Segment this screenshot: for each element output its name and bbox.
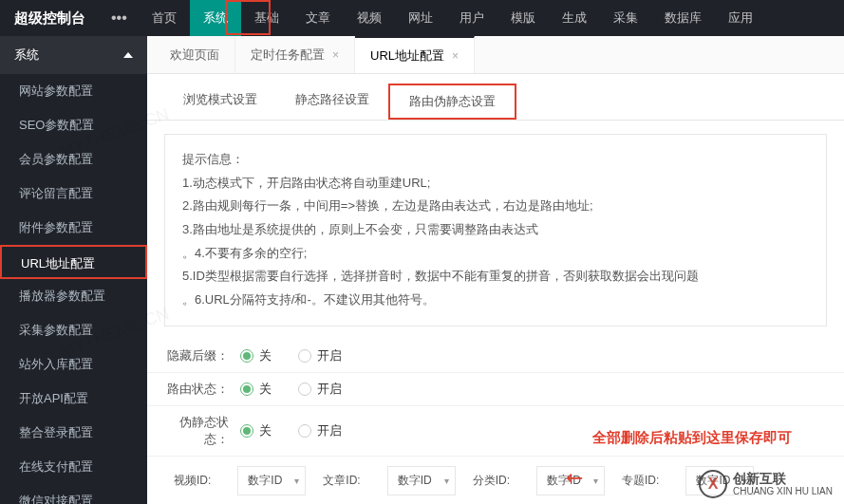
radio-icon <box>240 349 253 363</box>
info-line: 3.路由地址是系统提供的，原则上不会变，只需要调整路由表达式 <box>182 218 809 242</box>
close-icon[interactable]: × <box>452 37 459 75</box>
id-label-video: 视频ID: <box>164 467 234 495</box>
more-dots-icon[interactable]: ••• <box>100 9 139 27</box>
id-label-topic: 专题ID: <box>612 467 682 495</box>
page-tabs: 欢迎页面 定时任务配置× URL地址配置× <box>147 36 844 74</box>
radio-icon <box>298 349 311 363</box>
label-route-state: 路由状态： <box>164 381 240 398</box>
radio-group: 关 开启 <box>240 422 342 439</box>
sidebar-item-api[interactable]: 开放API配置 <box>0 382 147 416</box>
sidebar: 系统 网站参数配置 SEO参数配置 会员参数配置 评论留言配置 附件参数配置 U… <box>0 36 147 504</box>
sidebar-item-player[interactable]: 播放器参数配置 <box>0 279 147 313</box>
highlight-box-topnav <box>225 0 271 35</box>
logo-sub: CHUANG XIN HU LIAN <box>733 486 833 497</box>
topnav-home[interactable]: 首页 <box>139 0 190 36</box>
topnav-collect[interactable]: 采集 <box>600 0 651 36</box>
id-label-article: 文章ID: <box>313 467 383 495</box>
sidebar-item-attachment[interactable]: 附件参数配置 <box>0 211 147 245</box>
topnav-url[interactable]: 网址 <box>395 0 446 36</box>
subtab-route-pseudo[interactable]: 路由伪静态设置 <box>388 84 516 120</box>
collapse-icon <box>123 52 133 58</box>
info-line: 2.路由规则每行一条，中间用=>替换，左边是路由表达式，右边是路由地址; <box>182 195 809 218</box>
tab-welcome[interactable]: 欢迎页面 <box>155 36 235 73</box>
sidebar-item-payment[interactable]: 在线支付配置 <box>0 450 147 484</box>
topnav-generate[interactable]: 生成 <box>549 0 600 36</box>
radio-off[interactable]: 关 <box>240 381 272 398</box>
logo-watermark: X 创新互联 CHUANG XIN HU LIAN <box>699 470 833 498</box>
topnav-database[interactable]: 数据库 <box>651 0 715 36</box>
sidebar-item-seo[interactable]: SEO参数配置 <box>0 108 147 142</box>
subtabs: 浏览模式设置 静态路径设置 路由伪静态设置 <box>147 74 844 121</box>
info-line: 。6.URL分隔符支持/和-。不建议用其他符号。 <box>182 289 809 312</box>
select-value: 数字ID <box>248 474 282 487</box>
tab-label: URL地址配置 <box>370 37 444 75</box>
radio-on[interactable]: 开启 <box>298 381 342 398</box>
id-label-category: 分类ID: <box>463 467 533 495</box>
topnav-user[interactable]: 用户 <box>446 0 497 36</box>
radio-icon <box>298 424 311 438</box>
id-group-article: 文章ID: 数字ID▾ <box>313 466 455 495</box>
subtab-browse-mode[interactable]: 浏览模式设置 <box>164 84 276 120</box>
radio-icon <box>240 383 253 396</box>
radio-label: 关 <box>259 347 272 364</box>
label-pseudo-state: 伪静态状态： <box>164 414 240 448</box>
radio-on[interactable]: 开启 <box>298 347 342 364</box>
topnav-article[interactable]: 文章 <box>292 0 344 36</box>
info-title: 提示信息： <box>182 148 809 172</box>
sidebar-item-member[interactable]: 会员参数配置 <box>0 142 147 177</box>
id-select-article[interactable]: 数字ID▾ <box>387 466 456 495</box>
id-select-video[interactable]: 数字ID▾ <box>237 466 306 495</box>
radio-label: 开启 <box>317 381 342 398</box>
sidebar-item-external[interactable]: 站外入库配置 <box>0 347 147 382</box>
info-box: 提示信息： 1.动态模式下，开启路由状态将自动重建URL; 2.路由规则每行一条… <box>164 134 827 327</box>
radio-group: 关 开启 <box>240 347 342 364</box>
radio-group: 关 开启 <box>240 381 342 398</box>
radio-on[interactable]: 开启 <box>298 422 342 439</box>
info-line: 5.ID类型根据需要自行选择，选择拼音时，数据中不能有重复的拼音，否则获取数据会… <box>182 265 809 289</box>
id-group-video: 视频ID: 数字ID▾ <box>164 466 306 495</box>
tab-label: 欢迎页面 <box>170 36 219 74</box>
logo-name: 创新互联 <box>733 471 833 487</box>
sidebar-header[interactable]: 系统 <box>0 36 147 74</box>
label-hide-suffix: 隐藏后缀： <box>164 347 240 364</box>
topnav-template[interactable]: 模版 <box>497 0 549 36</box>
tab-cron-config[interactable]: 定时任务配置× <box>235 36 355 73</box>
radio-label: 关 <box>259 381 272 398</box>
radio-label: 开启 <box>317 422 342 439</box>
radio-icon <box>298 383 311 396</box>
sidebar-item-url-config[interactable]: URL地址配置 <box>0 245 147 279</box>
logo-icon: X <box>699 470 727 498</box>
topnav-app[interactable]: 应用 <box>715 0 766 36</box>
subtab-static-path[interactable]: 静态路径设置 <box>276 84 388 120</box>
caret-down-icon: ▾ <box>593 476 598 486</box>
brand-title: 超级控制台 <box>0 9 100 28</box>
sidebar-item-site-params[interactable]: 网站参数配置 <box>0 74 147 108</box>
info-line: 1.动态模式下，开启路由状态将自动重建URL; <box>182 172 809 196</box>
tab-label: 定时任务配置 <box>251 36 325 74</box>
close-icon[interactable]: × <box>332 36 339 74</box>
select-value: 数字ID <box>398 474 432 487</box>
sidebar-item-collect[interactable]: 采集参数配置 <box>0 313 147 347</box>
radio-off[interactable]: 关 <box>240 422 272 439</box>
sidebar-item-login[interactable]: 整合登录配置 <box>0 416 147 450</box>
radio-label: 关 <box>259 422 272 439</box>
row-route-state: 路由状态： 关 开启 <box>147 373 844 406</box>
tab-url-config[interactable]: URL地址配置× <box>355 36 475 73</box>
radio-label: 开启 <box>317 347 342 364</box>
radio-off[interactable]: 关 <box>240 347 272 364</box>
topbar: 超级控制台 ••• 首页 系统 基础 文章 视频 网址 用户 模版 生成 采集 … <box>0 0 844 36</box>
caret-down-icon: ▾ <box>444 476 449 486</box>
annotation-text: 全部删除后粘贴到这里保存即可 <box>592 429 792 447</box>
topnav-video[interactable]: 视频 <box>344 0 395 36</box>
sidebar-item-wechat[interactable]: 微信对接配置 <box>0 484 147 504</box>
logo-text: 创新互联 CHUANG XIN HU LIAN <box>733 471 833 498</box>
sidebar-item-comment[interactable]: 评论留言配置 <box>0 177 147 211</box>
info-line: 。4.不要有多余的空行; <box>182 242 809 266</box>
caret-down-icon: ▾ <box>294 476 299 486</box>
row-hide-suffix: 隐藏后缀： 关 开启 <box>147 340 844 373</box>
radio-icon <box>240 424 253 438</box>
sidebar-header-label: 系统 <box>14 36 39 74</box>
